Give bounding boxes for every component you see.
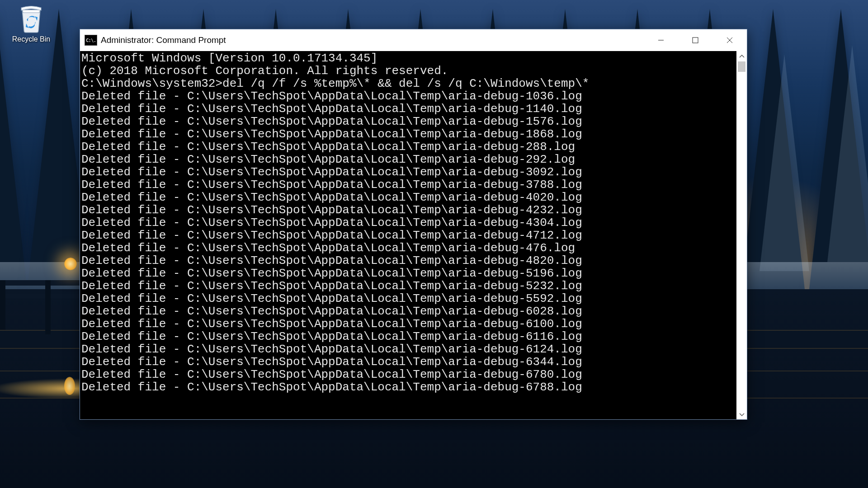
minimize-icon xyxy=(657,37,665,44)
console-line: Deleted file - C:\Users\TechSpot\AppData… xyxy=(81,216,736,229)
recycle-bin-icon xyxy=(16,3,47,34)
close-icon xyxy=(726,37,733,44)
console-output[interactable]: Microsoft Windows [Version 10.0.17134.34… xyxy=(80,51,736,419)
cmd-app-icon-text: C:\. xyxy=(86,38,96,43)
recycle-bin-label: Recycle Bin xyxy=(6,35,56,43)
console-line: Deleted file - C:\Users\TechSpot\AppData… xyxy=(81,305,736,318)
console-line: C:\Windows\system32>del /q /f /s %temp%\… xyxy=(81,77,736,90)
chevron-up-icon xyxy=(739,54,745,59)
console-line: Deleted file - C:\Users\TechSpot\AppData… xyxy=(81,356,736,368)
console-line: Deleted file - C:\Users\TechSpot\AppData… xyxy=(81,141,736,153)
console-line: Deleted file - C:\Users\TechSpot\AppData… xyxy=(81,204,736,216)
console-line: Deleted file - C:\Users\TechSpot\AppData… xyxy=(81,318,736,330)
console-line: Deleted file - C:\Users\TechSpot\AppData… xyxy=(81,90,736,103)
svg-rect-1 xyxy=(693,38,698,43)
recycle-bin[interactable]: Recycle Bin xyxy=(6,3,56,43)
maximize-button[interactable] xyxy=(678,29,712,51)
console-line: Deleted file - C:\Users\TechSpot\AppData… xyxy=(81,330,736,343)
console-line: Deleted file - C:\Users\TechSpot\AppData… xyxy=(81,343,736,356)
maximize-icon xyxy=(692,37,699,44)
minimize-button[interactable] xyxy=(644,29,678,51)
console-line: Deleted file - C:\Users\TechSpot\AppData… xyxy=(81,280,736,292)
console-line: Deleted file - C:\Users\TechSpot\AppData… xyxy=(81,254,736,267)
console-line: Deleted file - C:\Users\TechSpot\AppData… xyxy=(81,115,736,128)
cmd-app-icon: C:\. xyxy=(85,35,97,46)
wallpaper-lamp-icon xyxy=(64,258,77,270)
console-line: Deleted file - C:\Users\TechSpot\AppData… xyxy=(81,368,736,381)
scroll-down-button[interactable] xyxy=(736,409,747,419)
vertical-scrollbar[interactable] xyxy=(736,51,747,419)
console-line: Deleted file - C:\Users\TechSpot\AppData… xyxy=(81,153,736,166)
chevron-down-icon xyxy=(739,412,745,417)
window-title: Administrator: Command Prompt xyxy=(101,35,226,45)
command-prompt-window: C:\. Administrator: Command Prompt Micro… xyxy=(80,29,747,420)
console-area: Microsoft Windows [Version 10.0.17134.34… xyxy=(80,51,747,419)
console-line: Deleted file - C:\Users\TechSpot\AppData… xyxy=(81,166,736,178)
window-controls xyxy=(644,29,747,51)
scrollbar-thumb[interactable] xyxy=(738,61,745,72)
titlebar[interactable]: C:\. Administrator: Command Prompt xyxy=(80,29,747,51)
console-line: Deleted file - C:\Users\TechSpot\AppData… xyxy=(81,242,736,254)
console-line: Deleted file - C:\Users\TechSpot\AppData… xyxy=(81,128,736,141)
scrollbar-track[interactable] xyxy=(736,61,747,409)
wallpaper-lamp-reflection xyxy=(64,377,75,395)
scroll-up-button[interactable] xyxy=(736,51,747,61)
console-line: (c) 2018 Microsoft Corporation. All righ… xyxy=(81,65,736,77)
console-line: Deleted file - C:\Users\TechSpot\AppData… xyxy=(81,191,736,204)
console-line: Deleted file - C:\Users\TechSpot\AppData… xyxy=(81,267,736,280)
console-line: Deleted file - C:\Users\TechSpot\AppData… xyxy=(81,229,736,242)
close-button[interactable] xyxy=(712,29,747,51)
console-line: Deleted file - C:\Users\TechSpot\AppData… xyxy=(81,103,736,115)
console-line: Deleted file - C:\Users\TechSpot\AppData… xyxy=(81,381,736,394)
console-line: Deleted file - C:\Users\TechSpot\AppData… xyxy=(81,178,736,191)
console-line: Microsoft Windows [Version 10.0.17134.34… xyxy=(81,52,736,65)
console-line: Deleted file - C:\Users\TechSpot\AppData… xyxy=(81,292,736,305)
